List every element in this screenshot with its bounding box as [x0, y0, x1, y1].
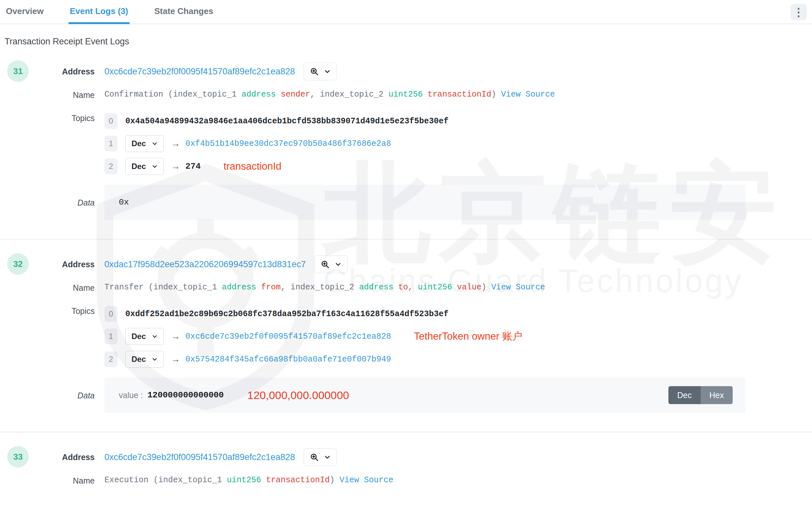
hex-toggle-button[interactable]: Hex	[701, 386, 733, 404]
dec-hex-select[interactable]: Dec	[125, 328, 164, 345]
topic-address-link[interactable]: 0xc6cde7c39eb2f0f0095f41570af89efc2c1ea8…	[185, 332, 391, 341]
topic-row: 00xddf252ad1be2c89b69c2b068fc378daa952ba…	[104, 306, 812, 322]
topic-row: 00x4a504a94899432a9846e1aa406dceb1bcfd53…	[104, 113, 812, 129]
manual-annotation: TetherToken owner 账户	[414, 330, 522, 343]
log-index-badge: 32	[7, 253, 29, 275]
zoom-in-icon	[320, 260, 330, 269]
address-link[interactable]: 0xc6cde7c39eb2f0f0095f41570af89efc2c1ea8…	[104, 67, 295, 77]
event-signature: Confirmation (index_topic_1 address send…	[104, 90, 812, 100]
tab-bar: OverviewEvent Logs (3)State Changes ⋮	[0, 0, 812, 24]
topic-decoded-value: 274	[185, 162, 201, 171]
signature-segment: address	[222, 282, 256, 292]
topic-index-badge: 0	[104, 113, 117, 129]
signature-segment: sender	[281, 90, 310, 99]
signature-segment: uint256	[227, 475, 261, 485]
signature-segment: Confirmation (index_topic_1	[104, 90, 241, 99]
data-value-label: value :	[119, 391, 143, 400]
topics-label: Topics	[0, 113, 95, 175]
event-log-entry: 31 Address 0xc6cde7c39eb2f0f0095f41570af…	[0, 62, 812, 220]
topic-index-badge: 2	[104, 159, 117, 174]
signature-segment: )	[330, 475, 339, 485]
dec-hex-toggle: DecHex	[668, 386, 733, 404]
signature-segment	[393, 282, 398, 292]
event-signature: Execution (index_topic_1 uint256 transac…	[104, 475, 812, 485]
chevron-down-icon	[335, 261, 341, 268]
dec-hex-select[interactable]: Dec	[125, 158, 164, 175]
signature-segment: transactionId	[428, 90, 491, 99]
topic-index-badge: 2	[104, 351, 117, 367]
log-divider	[0, 432, 812, 432]
chevron-down-icon	[324, 68, 331, 75]
event-log-list: 31 Address 0xc6cde7c39eb2f0f0095f41570af…	[0, 62, 812, 485]
tab-state-changes[interactable]: State Changes	[153, 0, 215, 24]
address-zoom-dropdown[interactable]	[304, 448, 337, 466]
signature-segment: uint256	[388, 90, 422, 99]
address-link[interactable]: 0xdac17f958d2ee523a2206206994597c13d831e…	[104, 260, 306, 270]
topics-label: Topics	[0, 306, 95, 368]
event-signature: Transfer (index_topic_1 address from, in…	[104, 282, 812, 293]
signature-segment: )	[481, 282, 491, 292]
arrow-right-icon: →	[171, 331, 180, 342]
signature-segment	[422, 90, 428, 99]
dec-select-value: Dec	[132, 139, 146, 148]
topic-index-badge: 0	[104, 306, 117, 322]
topic-row: 1Dec→0xf4b51b14b9ee30dc37ec970b50a486f37…	[104, 135, 812, 152]
dec-hex-select[interactable]: Dec	[125, 135, 164, 152]
signature-segment: from	[261, 282, 281, 292]
topic-address-link[interactable]: 0xf4b51b14b9ee30dc37ec970b50a486f37686e2…	[185, 139, 391, 148]
signature-segment	[452, 282, 457, 292]
dec-toggle-button[interactable]: Dec	[668, 386, 700, 404]
dec-hex-select[interactable]: Dec	[125, 351, 164, 368]
topic-hash: 0x4a504a94899432a9846e1aa406dceb1bcfd538…	[125, 116, 448, 126]
log-index-badge: 31	[7, 60, 29, 82]
data-label: Data	[0, 197, 95, 207]
dec-select-value: Dec	[132, 332, 146, 341]
log-divider	[0, 239, 812, 239]
topic-row: 2Dec→274transactionId	[104, 158, 812, 175]
chevron-down-icon	[152, 164, 158, 169]
signature-segment: , index_topic_2	[281, 282, 359, 292]
tab-event-logs-3-[interactable]: Event Logs (3)	[69, 0, 130, 24]
topic-address-link[interactable]: 0x5754284f345afc66a98fbb0a0afe71e0f007b9…	[185, 355, 391, 364]
signature-segment: address	[241, 90, 276, 99]
data-box: 0x	[104, 185, 746, 220]
topic-index-badge: 1	[104, 329, 117, 344]
arrow-right-icon: →	[171, 354, 180, 365]
tab-overview[interactable]: Overview	[5, 0, 45, 24]
data-row: Data value :120000000000000120,000,000.0…	[0, 377, 812, 413]
view-source-link[interactable]: View Source	[491, 282, 545, 292]
data-row: Data 0x	[0, 185, 812, 220]
signature-segment: transactionId	[266, 475, 330, 485]
name-label: Name	[0, 90, 95, 100]
event-log-entry: 33 Address 0xc6cde7c39eb2f0f0095f41570af…	[0, 448, 812, 485]
address-zoom-dropdown[interactable]	[304, 63, 337, 80]
view-source-link[interactable]: View Source	[501, 90, 555, 99]
signature-segment	[256, 282, 261, 292]
address-link[interactable]: 0xc6cde7c39eb2f0f0095f41570af89efc2c1ea8…	[104, 452, 295, 462]
signature-segment: ,	[408, 282, 418, 292]
data-label: Data	[0, 390, 95, 400]
data-box: value :120000000000000120,000,000.000000…	[104, 377, 746, 413]
chevron-down-icon	[152, 141, 158, 146]
topics-row: Topics 00x4a504a94899432a9846e1aa406dceb…	[0, 113, 812, 175]
signature-segment: Execution (index_topic_1	[104, 475, 227, 485]
signature-segment: , index_topic_2	[310, 90, 388, 99]
kebab-icon: ⋮	[793, 6, 804, 18]
topics-row: Topics 00xddf252ad1be2c89b69c2b068fc378d…	[0, 306, 812, 368]
more-options-button[interactable]: ⋮	[790, 4, 807, 20]
name-label: Name	[0, 282, 95, 293]
zoom-in-icon	[310, 452, 319, 462]
topic-index-badge: 1	[104, 136, 117, 151]
signature-segment: address	[359, 282, 393, 292]
data-hex-value: 0x	[119, 197, 129, 207]
zoom-in-icon	[310, 67, 319, 76]
address-zoom-dropdown[interactable]	[314, 256, 347, 273]
signature-segment: uint256	[418, 282, 452, 292]
signature-segment: Transfer (index_topic_1	[104, 282, 222, 292]
view-source-link[interactable]: View Source	[339, 475, 393, 485]
chevron-down-icon	[152, 356, 158, 362]
signature-segment: value	[457, 282, 481, 292]
signature-segment: )	[491, 90, 501, 99]
event-log-entry: 32 Address 0xdac17f958d2ee523a2206206994…	[0, 255, 812, 413]
arrow-right-icon: →	[171, 161, 180, 172]
